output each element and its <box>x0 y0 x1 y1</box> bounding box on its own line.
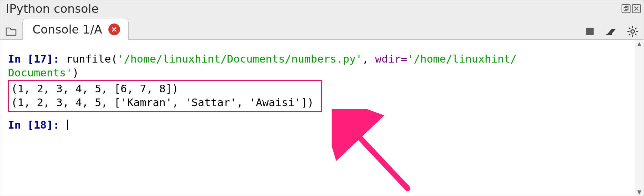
output-line1: (1, 2, 3, 4, 5, [6, 7, 8]) <box>11 82 178 95</box>
svg-line-12 <box>349 126 408 188</box>
restore-window-icon[interactable] <box>622 4 631 13</box>
highlighted-output: (1, 2, 3, 4, 5, [6, 7, 8]) (1, 2, 3, 4, … <box>8 80 322 112</box>
browse-tabs-icon[interactable] <box>4 25 18 38</box>
stop-kernel-icon[interactable] <box>584 25 596 38</box>
text-cursor <box>67 120 68 130</box>
output-line2: (1, 2, 3, 4, 5, ['Kamran', 'Sattar', 'Aw… <box>11 96 314 109</box>
tab-console-1a[interactable]: Console 1/A <box>22 19 129 40</box>
annotation-arrow-icon <box>332 109 421 196</box>
svg-point-3 <box>631 30 634 33</box>
close-tab-icon[interactable] <box>108 24 120 35</box>
console-area: In [17]: runfile('/home/linuxhint/Docume… <box>0 39 644 196</box>
svg-rect-2 <box>586 28 594 35</box>
vertical-scrollbar[interactable]: ▲ ▼ <box>635 40 644 196</box>
tab-label: Console 1/A <box>32 22 102 36</box>
ipython-console-panel: IPython console Console 1/A <box>0 0 644 196</box>
close-window-icon[interactable] <box>632 4 641 13</box>
svg-rect-1 <box>625 7 628 10</box>
tab-bar: Console 1/A <box>0 16 644 40</box>
window-controls <box>622 4 641 13</box>
code-func: runfile <box>66 53 111 65</box>
scroll-up-icon[interactable]: ▲ <box>635 40 644 47</box>
console-output[interactable]: In [17]: runfile('/home/linuxhint/Docume… <box>0 40 635 196</box>
options-gear-icon[interactable] <box>626 25 639 38</box>
code-kw-wdir: wdir <box>375 53 401 65</box>
svg-rect-0 <box>624 8 627 11</box>
prompt-in-17: In [17]: <box>8 53 66 65</box>
svg-line-9 <box>635 34 636 35</box>
console-toolbar <box>584 25 644 40</box>
clear-console-icon[interactable] <box>605 25 617 38</box>
code-arg-wdir-b: Documents' <box>8 66 72 79</box>
panel-title: IPython console <box>6 2 99 16</box>
panel-titlebar: IPython console <box>0 0 644 16</box>
prompt-in-18: In [18]: <box>8 119 66 131</box>
code-arg-file: '/home/linuxhint/Documents/numbers.py' <box>117 53 362 65</box>
code-arg-wdir-a: '/home/linuxhint/ <box>407 53 517 65</box>
svg-line-11 <box>629 34 630 35</box>
svg-line-10 <box>635 28 636 29</box>
scroll-down-icon[interactable]: ▼ <box>635 188 644 196</box>
svg-line-8 <box>629 28 630 29</box>
